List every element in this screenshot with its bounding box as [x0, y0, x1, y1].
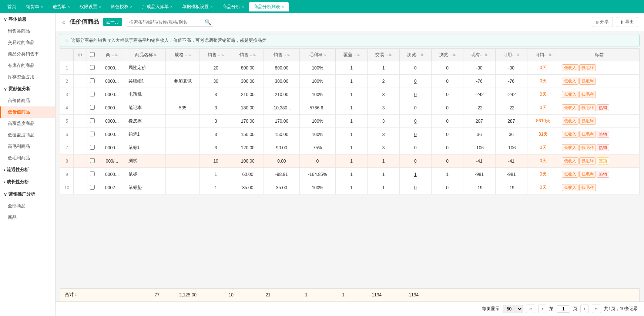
cell-browse1[interactable]: 0	[399, 154, 431, 168]
col-sales-amt[interactable]: 销售...⇅	[232, 49, 264, 61]
sidebar-section-flow[interactable]: › 流通性分析	[0, 164, 55, 176]
search-icon[interactable]: 🔍	[205, 19, 211, 25]
nav-tab-template[interactable]: 单据模板设置 ×	[178, 2, 217, 11]
row-checkbox[interactable]	[90, 65, 95, 70]
cell-browse1[interactable]: 0	[399, 181, 431, 194]
cell-browse1[interactable]: 1	[399, 168, 431, 181]
nav-tab-home[interactable]: 首页	[3, 2, 21, 11]
browse-link[interactable]: 0	[414, 185, 417, 190]
row-checkbox[interactable]	[90, 145, 95, 150]
cell-check[interactable]	[87, 88, 98, 101]
last-page-btn[interactable]: »	[592, 305, 601, 313]
sidebar-item-category-sales[interactable]: 商品分类销售率	[0, 48, 55, 60]
nav-tab-product-in[interactable]: 产成品入库单 ×	[138, 2, 177, 11]
cell-browse1[interactable]: 0	[399, 128, 431, 141]
nav-tab-purchase[interactable]: 进货单 ×	[48, 2, 74, 11]
cell-check[interactable]	[87, 115, 98, 128]
cell-check[interactable]	[87, 101, 98, 115]
share-button[interactable]: ⎋ 分享	[592, 17, 613, 27]
col-sales-qty[interactable]: 销售...⇅	[200, 49, 232, 61]
col-name[interactable]: 商品名称⇅	[126, 49, 166, 61]
cell-check[interactable]	[87, 61, 98, 75]
sidebar-section-marketing[interactable]: ∨ 营销推广分析	[0, 188, 55, 200]
browse-link[interactable]: 0	[414, 79, 417, 84]
row-checkbox[interactable]	[90, 171, 95, 176]
col-spec[interactable]: 规格...⇅	[166, 49, 200, 61]
filter-tag-month[interactable]: 近一月	[103, 18, 122, 26]
close-icon[interactable]: ×	[170, 4, 172, 9]
sidebar-section-growth[interactable]: › 成长性分析	[0, 176, 55, 188]
cell-browse1[interactable]: 0	[399, 101, 431, 115]
sidebar-item-all-products[interactable]: 全部商品	[0, 200, 55, 212]
browse-link[interactable]: 0	[414, 159, 417, 164]
nav-tab-sales[interactable]: 销货单 ×	[21, 2, 47, 11]
page-size-select[interactable]: 50 100 200	[503, 305, 523, 313]
sidebar-item-high-profit[interactable]: 高毛利商品	[0, 141, 55, 152]
row-checkbox[interactable]	[90, 78, 95, 83]
row-checkbox[interactable]	[90, 92, 95, 96]
close-icon[interactable]: ×	[67, 4, 70, 9]
browse-link[interactable]: 0	[414, 132, 417, 137]
cell-check[interactable]	[87, 75, 98, 88]
select-all-checkbox[interactable]	[90, 52, 95, 57]
col-gross-rate[interactable]: 毛利率⇅	[299, 49, 335, 61]
close-icon[interactable]: ×	[130, 4, 132, 9]
cell-check[interactable]	[87, 168, 98, 181]
sidebar-item-low-value[interactable]: 低价值商品	[0, 106, 55, 118]
row-checkbox[interactable]	[90, 185, 95, 190]
sidebar-item-traded[interactable]: 交易过的商品	[0, 37, 55, 48]
first-page-btn[interactable]: «	[526, 305, 535, 313]
row-checkbox[interactable]	[90, 132, 95, 136]
sidebar-item-stock-cost[interactable]: 库存资金占用	[0, 71, 55, 83]
cell-check[interactable]	[87, 128, 98, 141]
sidebar-item-new-products[interactable]: 新品	[0, 212, 55, 223]
cell-browse1[interactable]: 0	[399, 88, 431, 101]
sidebar-item-inventory-qty[interactable]: 有库存的商品	[0, 60, 55, 71]
col-cover[interactable]: 覆盖...⇅	[336, 49, 368, 61]
sidebar-section-overall[interactable]: ∨ 整体信息	[0, 13, 55, 26]
browse-link[interactable]: 0	[414, 65, 417, 71]
sidebar-item-low-cover[interactable]: 低覆盖度商品	[0, 129, 55, 141]
nav-tab-analysis-list[interactable]: 商品分析列表 ×	[249, 2, 288, 11]
sidebar-collapse-btn[interactable]: «	[61, 18, 66, 26]
browse-link[interactable]: 0	[414, 92, 417, 97]
cell-check[interactable]	[87, 181, 98, 194]
cell-browse1[interactable]: 0	[399, 75, 431, 88]
close-icon[interactable]: ×	[282, 4, 284, 9]
col-browse1[interactable]: 浏览...⇅	[399, 49, 431, 61]
sidebar-section-profit[interactable]: ∨ 贡献值分析	[0, 83, 55, 95]
page-number-input[interactable]	[557, 305, 570, 313]
search-input[interactable]	[129, 20, 203, 25]
row-checkbox[interactable]	[90, 158, 95, 163]
close-icon[interactable]: ×	[210, 4, 212, 9]
col-settings[interactable]: ⚙	[74, 49, 87, 61]
next-page-btn[interactable]: ›	[580, 305, 588, 313]
sidebar-item-high-value[interactable]: 高价值商品	[0, 95, 55, 106]
export-button[interactable]: ⬆ 导出	[616, 17, 638, 27]
close-icon[interactable]: ×	[99, 4, 101, 9]
col-current[interactable]: 现有...⇅	[463, 49, 495, 61]
col-available[interactable]: 可用...⇅	[495, 49, 527, 61]
close-icon[interactable]: ×	[242, 4, 244, 9]
nav-tab-role[interactable]: 角色授权 ×	[106, 2, 137, 11]
sidebar-item-sales-category[interactable]: 销售类商品	[0, 26, 55, 37]
row-checkbox[interactable]	[90, 105, 95, 110]
browse-link[interactable]: 0	[414, 145, 417, 150]
browse-link[interactable]: 0	[414, 105, 417, 111]
row-checkbox[interactable]	[90, 118, 95, 123]
cell-browse1[interactable]: 0	[399, 115, 431, 128]
col-code[interactable]: 商...⇅	[98, 49, 126, 61]
col-sales-cost[interactable]: 销售...⇅	[264, 49, 299, 61]
cell-check[interactable]	[87, 141, 98, 154]
close-icon[interactable]: ×	[41, 4, 43, 9]
browse-link[interactable]: 0	[414, 119, 417, 124]
col-check[interactable]	[87, 49, 98, 61]
sidebar-item-low-profit[interactable]: 低毛利商品	[0, 152, 55, 164]
nav-tab-analysis[interactable]: 商品分析 ×	[218, 2, 248, 11]
col-browse2[interactable]: 浏览...⇅	[432, 49, 463, 61]
browse-link[interactable]: 1	[414, 172, 417, 177]
cell-check[interactable]	[87, 154, 98, 168]
prev-page-btn[interactable]: ‹	[538, 305, 546, 313]
sidebar-item-high-cover[interactable]: 高覆盖度商品	[0, 118, 55, 129]
nav-tab-permission[interactable]: 权限设置 ×	[75, 2, 105, 11]
